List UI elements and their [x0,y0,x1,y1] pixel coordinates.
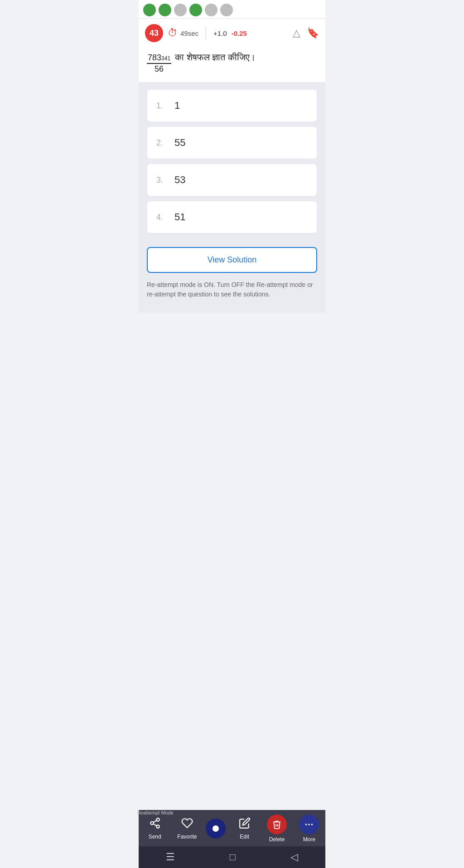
option-3-value: 53 [174,174,185,186]
question-hindi-text: का शेषफल ज्ञात कीजिए। [175,52,256,63]
reattempt-note-text: Re-attempt mode is ON. Turn OFF the Re-a… [147,281,313,298]
option-2-number: 2. [156,138,166,148]
option-3[interactable]: 3. 53 [147,164,317,196]
option-1-number: 1. [156,101,166,111]
option-2[interactable]: 2. 55 [147,126,317,159]
bookmark-icon[interactable]: 🔖 [307,27,319,39]
question-number-badge: 43 [145,24,163,42]
timer-area: ⏱ 49sec [168,27,198,39]
progress-circle-3 [174,4,187,16]
timer-icon: ⏱ [168,27,178,39]
option-1-value: 1 [174,100,180,112]
option-3-number: 3. [156,175,166,185]
question-math: 783341 56 का शेषफल ज्ञात कीजिए। [147,52,317,74]
option-4-number: 4. [156,213,166,222]
question-text-area: 783341 56 का शेषफल ज्ञात कीजिए। [139,47,325,85]
progress-strip [139,0,325,19]
option-2-value: 55 [174,137,185,149]
score-negative: -0.25 [232,29,247,37]
reattempt-note: Re-attempt mode is ON. Turn OFF the Re-a… [139,273,325,313]
options-area: 1. 1 2. 55 3. 53 4. 51 [139,85,325,242]
timer-value: 49sec [180,29,198,37]
option-1[interactable]: 1. 1 [147,89,317,122]
view-solution-area: View Solution [139,242,325,273]
fraction: 783341 56 [147,53,171,74]
progress-circle-1 [143,4,156,16]
progress-circle-5 [205,4,218,16]
header-divider [206,27,206,39]
score-positive: +1.0 [213,29,227,37]
option-4[interactable]: 4. 51 [147,201,317,233]
progress-circle-2 [159,4,171,16]
header-icons: △ 🔖 [293,27,319,39]
fraction-numerator: 783341 [147,53,171,64]
fraction-denominator: 56 [154,64,164,74]
view-solution-button[interactable]: View Solution [147,247,317,273]
alert-icon[interactable]: △ [293,27,300,39]
question-header: 43 ⏱ 49sec +1.0 -0.25 △ 🔖 [139,19,325,47]
progress-circle-4 [189,4,202,16]
progress-circle-6 [220,4,233,16]
option-4-value: 51 [174,211,185,223]
